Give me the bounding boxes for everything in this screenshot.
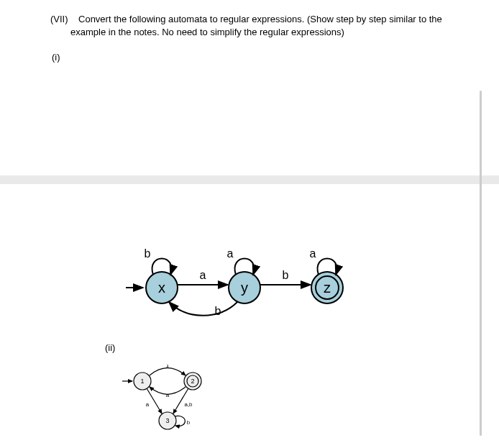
state-2-label: 2 [191,378,194,385]
state-x-label: x [158,280,165,296]
automaton-ii: 1 2 3 λ a a a,b b [122,360,223,439]
question-number: (VII) [50,14,68,24]
edge-xy-label: a [200,269,206,281]
divider-band [0,175,499,184]
question-text-2: example in the notes. No need to simplif… [70,26,344,39]
edge-yx-label: b [215,305,221,317]
edge-12-label: λ [165,363,169,370]
edge-yx [169,302,237,316]
loop-y-label: a [227,247,234,260]
edge-13-label: a [146,401,150,408]
state-z-label: z [324,280,331,296]
edge-21-label: a [166,392,170,398]
state-y-label: y [241,280,248,296]
loop-z-label: a [310,247,316,260]
edge-yz-label: b [283,269,289,281]
state-1-label: 1 [140,378,144,385]
part-label-i: (i) [52,52,499,63]
loop-3-label: b [187,419,191,426]
part-label-ii: (ii) [105,342,115,353]
question-text-1: Convert the following automata to regula… [78,14,442,24]
automaton-i: x y z b a a a b b [126,237,370,324]
edge-23-label: a,b [184,401,193,408]
state-3-label: 3 [165,417,169,424]
scrollbar[interactable] [480,91,482,436]
loop-x-label: b [145,247,151,260]
question-header: (VII) Convert the following automata to … [0,0,499,39]
